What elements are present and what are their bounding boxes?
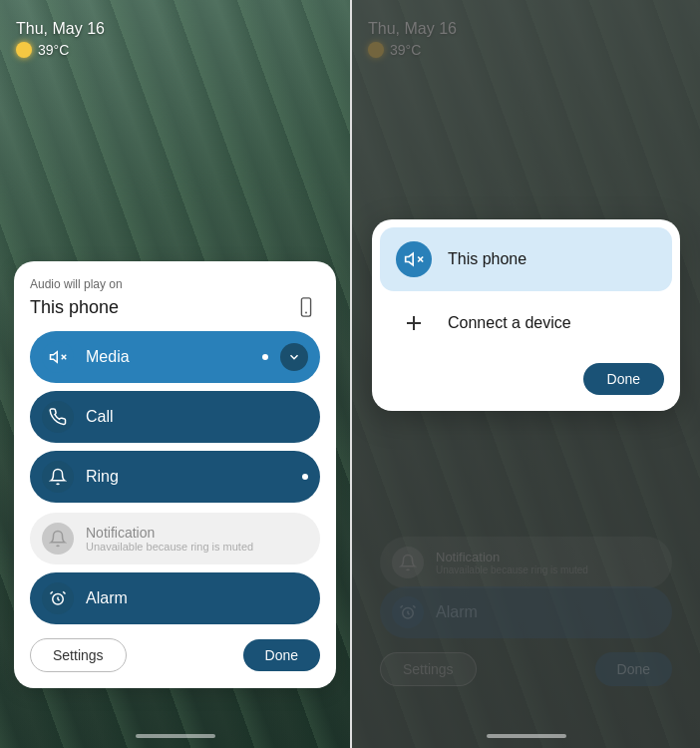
left-media-label: Media <box>86 348 250 366</box>
left-phone-icon <box>292 293 320 321</box>
left-ring-icon <box>42 461 74 493</box>
connect-device-option[interactable]: Connect a device <box>380 291 672 355</box>
popup-done-row: Done <box>380 355 672 395</box>
left-notification-label: Notification <box>86 525 253 541</box>
popup-done-button[interactable]: Done <box>583 363 664 395</box>
left-media-dot <box>262 354 268 360</box>
left-notification-icon <box>42 523 74 555</box>
right-home-indicator <box>487 734 566 738</box>
left-media-row[interactable]: Media <box>30 331 320 383</box>
left-notification-sub: Unavailable because ring is muted <box>86 541 253 553</box>
connect-plus-icon <box>396 305 432 341</box>
left-volume-sheet: Audio will play on This phone Media <box>14 261 336 688</box>
left-device-name: This phone <box>30 297 119 318</box>
this-phone-mute-icon <box>396 241 432 277</box>
left-bottom-buttons: Settings Done <box>30 638 320 672</box>
left-audio-device-row: This phone <box>30 293 320 321</box>
left-alarm-icon <box>42 582 74 614</box>
this-phone-label: This phone <box>448 250 526 268</box>
left-ring-label: Ring <box>86 468 290 486</box>
left-notification-row: Notification Unavailable because ring is… <box>30 513 320 564</box>
left-audio-label: Audio will play on <box>30 277 320 291</box>
svg-line-7 <box>63 591 65 593</box>
left-notification-text: Notification Unavailable because ring is… <box>86 525 253 553</box>
left-temp: 39°C <box>38 42 69 58</box>
left-phone-panel: Thu, May 16 39°C Audio will play on This… <box>0 0 350 748</box>
svg-line-6 <box>51 591 53 593</box>
left-status-bar: Thu, May 16 39°C <box>16 20 105 58</box>
left-settings-button[interactable]: Settings <box>30 638 127 672</box>
left-date: Thu, May 16 <box>16 20 105 38</box>
connect-device-label: Connect a device <box>448 314 571 332</box>
left-call-row[interactable]: Call <box>30 391 320 443</box>
left-sun-icon <box>16 42 32 58</box>
left-alarm-row[interactable]: Alarm <box>30 572 320 624</box>
left-alarm-label: Alarm <box>86 589 308 607</box>
left-call-label: Call <box>86 408 308 426</box>
left-weather: 39°C <box>16 42 105 58</box>
device-popup: This phone Connect a device Done <box>372 219 680 411</box>
this-phone-option[interactable]: This phone <box>380 227 672 291</box>
svg-marker-9 <box>406 253 414 265</box>
left-media-chevron[interactable] <box>280 343 308 371</box>
left-media-mute-icon <box>42 341 74 373</box>
left-home-indicator <box>136 734 215 738</box>
left-ring-row[interactable]: Ring <box>30 451 320 503</box>
svg-marker-2 <box>51 352 58 363</box>
left-ring-dot <box>302 474 308 480</box>
left-done-button[interactable]: Done <box>243 639 320 671</box>
right-phone-panel: Thu, May 16 39°C Audio will play on This… <box>352 0 700 748</box>
left-call-icon <box>42 401 74 433</box>
